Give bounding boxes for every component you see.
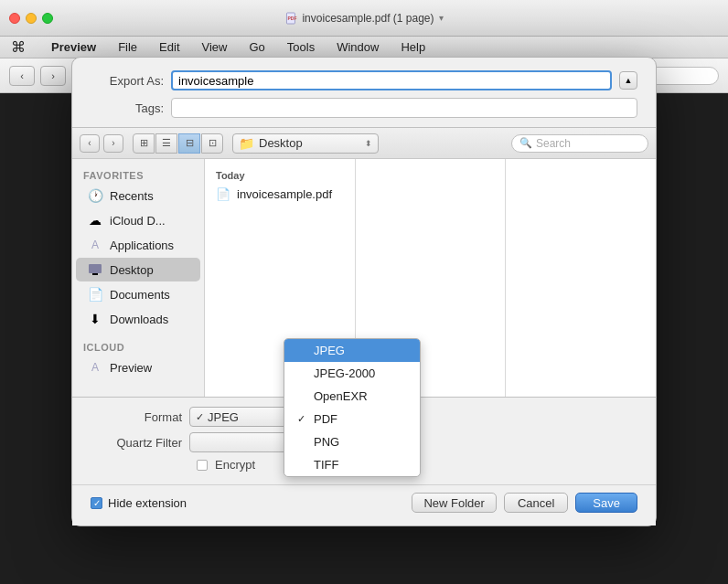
downloads-label: Downloads (110, 313, 168, 326)
view-buttons: ⊞ ☰ ⊟ ⊡ (133, 133, 223, 154)
format-label: Format (91, 410, 182, 424)
file-col3 (506, 159, 656, 397)
menu-tools[interactable]: Tools (284, 40, 318, 54)
sidebar-item-documents[interactable]: 📄 Documents (76, 282, 200, 306)
dropdown-item-tiff[interactable]: TIFF (284, 453, 420, 476)
location-arrow-icon: ⬍ (365, 139, 372, 148)
sidebar-item-preview[interactable]: A Preview (76, 356, 200, 379)
menu-window[interactable]: Window (333, 40, 382, 54)
dropdown-item-jpeg2000[interactable]: JPEG-2000 (284, 362, 420, 385)
cancel-button[interactable]: Cancel (504, 493, 568, 513)
hide-extension-check: ✓ Hide extension (91, 496, 187, 510)
applications-label: Applications (110, 239, 174, 252)
traffic-lights (9, 13, 53, 24)
format-check-icon: ✓ (196, 411, 204, 423)
view-column-button[interactable]: ⊟ (178, 133, 200, 154)
format-value: JPEG (208, 410, 239, 424)
recents-icon: 🕐 (87, 187, 103, 204)
browser-search-icon: 🔍 (519, 137, 532, 149)
browser-back-button[interactable]: ‹ (80, 134, 100, 153)
apple-menu[interactable]: ⌘ (7, 38, 29, 56)
expand-button[interactable]: ▲ (619, 71, 637, 90)
browser-forward-button[interactable]: › (103, 134, 123, 153)
dialog-footer: ✓ Hide extension New Folder Cancel Save (72, 484, 656, 526)
file-item-invoicesample[interactable]: 📄 invoicesample.pdf (205, 185, 355, 204)
close-button[interactable] (9, 13, 20, 24)
file-section-header: Today (205, 166, 355, 185)
downloads-icon: ⬇ (87, 311, 103, 327)
documents-label: Documents (110, 288, 170, 302)
favorites-header: Favorites (72, 166, 204, 183)
svg-text:PDF: PDF (287, 16, 296, 21)
toolbar-nav-back[interactable]: ‹ (9, 66, 35, 86)
maximize-button[interactable] (42, 13, 53, 24)
sidebar-item-downloads[interactable]: ⬇ Downloads (76, 307, 200, 331)
icloud-section-header: iCloud (72, 338, 204, 355)
tags-label: Tags: (91, 101, 164, 115)
menu-help[interactable]: Help (397, 40, 429, 54)
app-menu-preview[interactable]: Preview (48, 40, 100, 54)
svg-rect-3 (92, 273, 98, 275)
dropdown-item-png[interactable]: PNG (284, 430, 420, 453)
toolbar-nav-forward[interactable]: › (40, 66, 66, 86)
encrypt-checkbox[interactable] (197, 460, 208, 471)
window-title: PDF invoicesample.pdf (1 page) ▾ (284, 12, 443, 25)
applications-icon: A (87, 237, 103, 253)
sidebar-item-icloud[interactable]: ☁ iCloud D... (76, 208, 200, 232)
png-label: PNG (314, 435, 339, 449)
browser-search[interactable]: 🔍 Search (511, 134, 648, 153)
quartz-label: Quartz Filter (91, 436, 182, 450)
sidebar: Favorites 🕐 Recents ☁ iCloud D... A Appl… (72, 159, 205, 397)
folder-icon: 📁 (239, 136, 254, 151)
new-folder-button[interactable]: New Folder (412, 493, 496, 513)
preview-app-icon: A (87, 359, 103, 376)
view-list-button[interactable]: ☰ (155, 133, 177, 154)
pdf-check: ✓ (297, 413, 308, 425)
tiff-label: TIFF (314, 458, 338, 472)
preview-label: Preview (110, 361, 152, 375)
menu-bar: ⌘ Preview File Edit View Go Tools Window… (0, 37, 728, 58)
menu-view[interactable]: View (198, 40, 231, 54)
svg-rect-2 (89, 264, 102, 273)
title-bar: PDF invoicesample.pdf (1 page) ▾ (0, 0, 728, 37)
view-gallery-button[interactable]: ⊡ (201, 133, 223, 154)
menu-file[interactable]: File (114, 40, 141, 54)
hide-extension-label: Hide extension (108, 496, 187, 510)
export-as-row: Export As: ▲ (72, 58, 656, 96)
icloud-label: iCloud D... (110, 214, 166, 228)
sidebar-item-recents[interactable]: 🕐 Recents (76, 184, 200, 207)
file-pdf-icon: 📄 (216, 187, 230, 201)
browser-toolbar: ‹ › ⊞ ☰ ⊟ ⊡ 📁 Desktop ⬍ 🔍 Search (72, 128, 656, 159)
hide-extension-checkbox[interactable]: ✓ (91, 497, 102, 509)
dropdown-item-jpeg[interactable]: JPEG (284, 339, 420, 362)
location-label: Desktop (259, 136, 303, 150)
openexr-label: OpenEXR (314, 389, 368, 403)
export-as-input[interactable] (171, 70, 612, 90)
file-item-name: invoicesample.pdf (237, 187, 332, 201)
jpeg-label: JPEG (314, 344, 345, 357)
tags-row: Tags: (72, 96, 656, 127)
desktop-label: Desktop (110, 263, 154, 277)
sidebar-item-applications[interactable]: A Applications (76, 233, 200, 257)
jpeg2000-label: JPEG-2000 (314, 366, 375, 380)
desktop-icon (87, 261, 103, 278)
documents-icon: 📄 (87, 286, 103, 303)
dropdown-item-openexr[interactable]: OpenEXR (284, 385, 420, 408)
menu-edit[interactable]: Edit (155, 40, 183, 54)
save-button[interactable]: Save (575, 493, 637, 513)
icloud-icon: ☁ (87, 212, 103, 228)
sidebar-item-desktop[interactable]: Desktop (76, 258, 200, 281)
menu-go[interactable]: Go (245, 40, 268, 54)
pdf-label: PDF (314, 412, 337, 426)
tags-input[interactable] (171, 98, 637, 118)
expand-icon: ▲ (625, 76, 633, 85)
export-as-label: Export As: (91, 74, 164, 88)
location-selector[interactable]: 📁 Desktop ⬍ (232, 133, 379, 154)
minimize-button[interactable] (26, 13, 37, 24)
format-dropdown: JPEG JPEG-2000 OpenEXR ✓ PDF PNG TIFF (284, 338, 421, 477)
view-icon-button[interactable]: ⊞ (133, 133, 155, 154)
recents-label: Recents (110, 189, 154, 203)
encrypt-label: Encrypt (215, 458, 255, 472)
dropdown-item-pdf[interactable]: ✓ PDF (284, 408, 420, 430)
browser-search-placeholder: Search (536, 137, 571, 150)
